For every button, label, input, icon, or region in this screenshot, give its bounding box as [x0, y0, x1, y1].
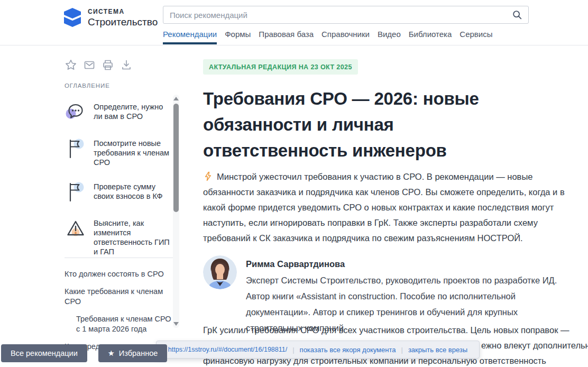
flag-icon [65, 137, 87, 160]
star-icon: ★ [108, 349, 115, 357]
logo-text: СИСТЕМА Строительство [88, 8, 158, 28]
print-icon[interactable] [102, 59, 114, 71]
toc-heading: ОГЛАВЛЕНИЕ [65, 82, 110, 89]
quick-link-label: Посмотрите новые требования к членам СРО [94, 137, 173, 167]
favorites-button[interactable]: ★Избранное [98, 344, 167, 362]
scroll-down-arrow-icon[interactable] [173, 322, 179, 326]
nav-tab-library[interactable]: Библиотека [409, 30, 452, 44]
toc-links: Кто должен состоять в СРО Какие требован… [65, 262, 173, 352]
search-icon[interactable] [506, 6, 528, 23]
show-anchors-link[interactable]: показать все якоря документа [300, 346, 396, 354]
quick-link-responsibility[interactable]: Выясните, как изменится ответственность … [65, 217, 173, 256]
quick-link-label: Проверьте сумму своих взносов в КФ [94, 180, 173, 201]
quick-link-label: Выясните, как изменится ответственность … [94, 217, 173, 256]
close-insets-link[interactable]: закрыть все врезы [408, 346, 467, 354]
body-line-1: ГрК усилил требования СРО для всех участ… [203, 325, 569, 335]
warning-icon [65, 217, 87, 240]
logo-line-1: СИСТЕМА [88, 8, 158, 15]
header: СИСТЕМА Строительство Рекомендации Формы… [0, 0, 588, 45]
document-url-link[interactable]: https://1sstroy.ru/#/document/16/198811/ [168, 346, 287, 353]
scroll-up-arrow-icon[interactable] [173, 97, 179, 100]
nav-tab-forms[interactable]: Формы [225, 30, 251, 44]
logo[interactable]: СИСТЕМА Строительство [62, 7, 158, 29]
article: АКТУАЛЬНАЯ РЕДАКЦИЯ НА 23 ОКТ 2025 Требо… [203, 59, 576, 336]
lead-text: Минстрой ужесточил требования к участию … [203, 172, 565, 243]
document-link-popup: https://1sstroy.ru/#/document/16/198811/… [156, 341, 480, 359]
title-line: Требования СРО — 2026: новые [203, 86, 576, 112]
title-line: обязанности и личная [203, 112, 576, 137]
email-icon[interactable] [83, 59, 96, 71]
search-input[interactable] [163, 11, 506, 20]
logo-icon [62, 7, 82, 29]
scrollbar-thumb[interactable] [173, 104, 179, 212]
title-line: ответственность инженеров [203, 137, 576, 163]
page-title: Требования СРО — 2026: новые обязанности… [203, 86, 576, 163]
favorite-star-icon[interactable] [65, 59, 77, 71]
quick-link-new-requirements[interactable]: Посмотрите новые требования к членам СРО [65, 137, 173, 167]
quick-link-label: Определите, нужно ли вам в СРО [94, 100, 173, 121]
main-nav: Рекомендации Формы Правовая база Справоч… [163, 30, 492, 44]
popup-separator: | [401, 346, 403, 354]
nav-tab-recommendations[interactable]: Рекомендации [163, 30, 217, 44]
lightning-icon [203, 171, 213, 181]
nav-tab-services[interactable]: Сервисы [460, 30, 492, 44]
quick-link-need-sro[interactable]: Определите, нужно ли вам в СРО [65, 100, 173, 124]
toc-link[interactable]: Требования к членам СРО с 1 марта 2026 г… [65, 314, 173, 334]
lead-paragraph: Минстрой ужесточил требования к участию … [203, 169, 576, 246]
nav-tab-directories[interactable]: Справочники [321, 30, 370, 44]
toc-link[interactable]: Кто должен состоять в СРО [65, 269, 173, 279]
popup-separator: | [292, 346, 294, 354]
all-recommendations-button[interactable]: Все рекомендации [1, 344, 87, 362]
favorites-button-label: Избранное [119, 349, 158, 357]
floating-buttons: Все рекомендации ★Избранное [1, 344, 167, 362]
document-actions [65, 59, 133, 71]
quick-link-check-contributions[interactable]: Проверьте сумму своих взносов в КФ [65, 180, 173, 204]
sidebar-divider [65, 258, 173, 258]
flag-icon [65, 180, 87, 204]
nav-tab-video[interactable]: Видео [378, 30, 401, 44]
sidebar-scrollbar[interactable] [173, 95, 179, 328]
search-bar [163, 6, 529, 24]
logo-line-2: Строительство [88, 16, 158, 28]
author-name: Римма Сарвартдинова [246, 259, 576, 269]
nav-tab-legal-base[interactable]: Правовая база [259, 30, 314, 44]
chat-icon [65, 100, 87, 124]
status-badge: АКТУАЛЬНАЯ РЕДАКЦИЯ НА 23 ОКТ 2025 [203, 59, 358, 75]
download-icon[interactable] [120, 59, 133, 71]
avatar [203, 255, 237, 289]
quick-links: Определите, нужно ли вам в СРО Посмотрит… [65, 100, 173, 270]
toc-link[interactable]: Какие требования к членам СРО [65, 287, 173, 307]
